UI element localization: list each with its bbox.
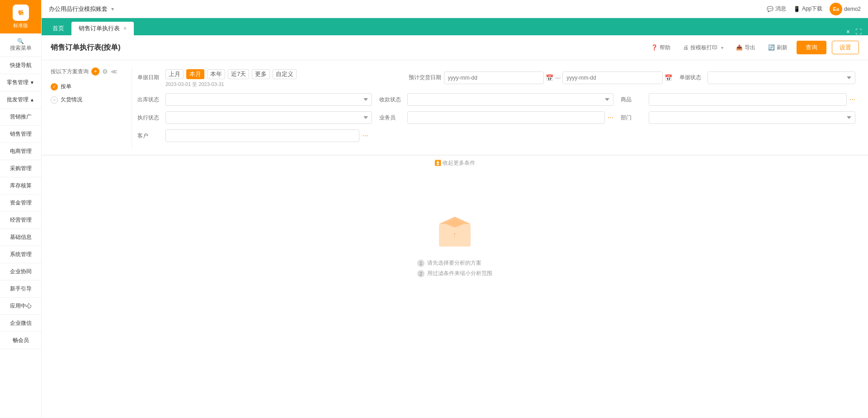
sidebar-item-zijin[interactable]: 资金管理 bbox=[0, 195, 41, 212]
sidebar-item-lingshou[interactable]: 零售管理 bbox=[0, 74, 41, 91]
quick-date-more[interactable]: 更多 bbox=[252, 69, 270, 79]
sidebar-item-jichu[interactable]: 基础信息 bbox=[0, 229, 41, 246]
doc-status-select[interactable] bbox=[708, 71, 855, 84]
logo-icon: 畅 bbox=[13, 5, 29, 21]
topbar-title: 办公用品行业模拟账套 bbox=[49, 5, 108, 13]
filter-item-doc-status: 单据状态 bbox=[679, 71, 859, 84]
quick-date-row: 上月 本月 本年 近7天 更多 自定义 bbox=[165, 69, 401, 79]
collapse-plan-icon[interactable]: ≪ bbox=[111, 68, 118, 75]
tab-home[interactable]: 首页 bbox=[45, 22, 71, 35]
salesperson-picker-icon[interactable]: ··· bbox=[608, 114, 613, 122]
filter-item-ship-status: 出库状态 bbox=[137, 93, 379, 106]
app-download-button[interactable]: 📱 App下载 bbox=[793, 5, 822, 13]
empty-hint-item-2: 2 用过滤条件来缩小分析范围 bbox=[417, 270, 492, 277]
quick-date-last-month[interactable]: 上月 bbox=[165, 69, 184, 79]
goods-label: 商品 bbox=[621, 96, 646, 104]
topbar-right: 💬 消息 📱 App下载 Ea demo2 bbox=[767, 3, 861, 15]
tabbar: 首页 销售订单执行表 × × ⛶ bbox=[42, 18, 868, 35]
ship-status-label: 出库状态 bbox=[137, 96, 163, 104]
salesperson-label: 业务员 bbox=[379, 114, 405, 122]
customer-picker-icon[interactable]: ··· bbox=[362, 132, 368, 140]
empty-icon: ↑ bbox=[432, 207, 477, 252]
sidebar-item-qiye[interactable]: 企业协同 bbox=[0, 263, 41, 280]
help-icon: ❓ bbox=[651, 44, 658, 51]
filter-item-customer: 客户 ··· bbox=[137, 129, 376, 142]
query-button[interactable]: 查询 bbox=[797, 41, 826, 54]
settings-button[interactable]: 设置 bbox=[832, 41, 859, 54]
export-button[interactable]: 📤 导出 bbox=[732, 42, 759, 53]
page-inner: 销售订单执行表(按单) ❓ 帮助 🖨 按模板打印 ▾ 📤 导出 bbox=[42, 35, 868, 418]
department-select[interactable] bbox=[649, 111, 855, 124]
salesperson-input[interactable] bbox=[407, 111, 605, 124]
empty-illustration: ↑ bbox=[432, 207, 477, 252]
settings-plan-icon[interactable]: ⚙ bbox=[102, 68, 108, 75]
collapse-bar[interactable]: ⏫ 收起更多条件 bbox=[42, 155, 868, 171]
department-control bbox=[649, 111, 855, 124]
exec-status-label: 执行状态 bbox=[137, 114, 163, 122]
sidebar-item-jingying[interactable]: 经营管理 bbox=[0, 212, 41, 229]
print-dropdown-icon[interactable]: ▾ bbox=[721, 45, 723, 50]
plan-active-icon: ✓ bbox=[51, 83, 58, 90]
add-plan-icon[interactable]: + bbox=[91, 67, 99, 76]
doc-status-control bbox=[708, 71, 855, 84]
department-label: 部门 bbox=[621, 114, 646, 122]
empty-state: ↑ 1 请先选择要分析的方案 2 用过滤条件来缩小分析范围 bbox=[42, 171, 868, 316]
logo-text: 标准版 bbox=[13, 22, 28, 29]
tab-active[interactable]: 销售订单执行表 × bbox=[71, 22, 134, 35]
goods-picker-icon[interactable]: ··· bbox=[849, 95, 855, 104]
sidebar-item-yingxiao[interactable]: 营销推广 bbox=[0, 109, 41, 126]
expected-date-label: 预计交货日期 bbox=[409, 74, 441, 81]
filter-item-salesperson: 业务员 ··· bbox=[379, 111, 621, 124]
date-icon-end[interactable]: 📅 bbox=[665, 74, 672, 81]
tab-close-icon[interactable]: × bbox=[123, 25, 127, 32]
quick-date-this-month[interactable]: 本月 bbox=[186, 69, 204, 79]
window-close-icon[interactable]: × bbox=[844, 28, 853, 35]
exec-status-select[interactable] bbox=[165, 111, 372, 124]
customer-control bbox=[165, 129, 359, 142]
topbar-dropdown-icon[interactable]: ▾ bbox=[111, 6, 114, 12]
sidebar-item-pifa[interactable]: 批发管理 bbox=[0, 91, 41, 109]
sidebar-item-diansahng[interactable]: 电商管理 bbox=[0, 143, 41, 160]
doc-date-label: 单据日期 bbox=[137, 74, 163, 81]
filter-row-2: 出库状态 收款状态 bbox=[137, 93, 859, 106]
user-menu[interactable]: Ea demo2 bbox=[830, 3, 861, 15]
sidebar-search[interactable]: 🔍 搜索菜单 bbox=[0, 33, 41, 57]
sidebar-item-xinshou[interactable]: 新手引导 bbox=[0, 280, 41, 298]
page-header-actions: ❓ 帮助 🖨 按模板打印 ▾ 📤 导出 🔄 刷新 bbox=[647, 41, 859, 54]
sidebar-item-qiyeweixin[interactable]: 企业微信 bbox=[0, 315, 41, 332]
plan-inactive-icon: ○ bbox=[51, 96, 58, 104]
doc-status-label: 单据状态 bbox=[679, 74, 705, 81]
filter-item-goods: 商品 ··· bbox=[621, 93, 859, 106]
refresh-button[interactable]: 🔄 刷新 bbox=[764, 42, 791, 53]
filter-plan-item-0[interactable]: ✓ 按单 bbox=[51, 80, 124, 93]
goods-input[interactable] bbox=[649, 93, 846, 106]
refresh-icon: 🔄 bbox=[768, 44, 775, 51]
quick-date-custom[interactable]: 自定义 bbox=[273, 69, 297, 79]
expected-date-end[interactable] bbox=[562, 71, 663, 84]
quick-date-7days[interactable]: 近7天 bbox=[228, 69, 249, 79]
window-expand-icon[interactable]: ⛶ bbox=[853, 28, 864, 35]
sidebar-item-yingyong[interactable]: 应用中心 bbox=[0, 298, 41, 315]
sidebar-item-xitong[interactable]: 系统管理 bbox=[0, 246, 41, 263]
sidebar-item-xiaoshou[interactable]: 销售管理 bbox=[0, 126, 41, 143]
expected-date-start[interactable] bbox=[444, 71, 544, 84]
filter-plan-item-1[interactable]: ○ 欠货情况 bbox=[51, 93, 124, 106]
svg-text:↑: ↑ bbox=[453, 230, 457, 239]
message-icon: 💬 bbox=[767, 6, 774, 12]
sidebar-item-kucun[interactable]: 库存核算 bbox=[0, 177, 41, 195]
message-button[interactable]: 💬 消息 bbox=[767, 5, 786, 13]
print-button[interactable]: 🖨 按模板打印 ▾ bbox=[679, 42, 727, 53]
filter-item-docdate: 单据日期 上月 本月 本年 近7天 更多 自定义 20 bbox=[137, 67, 409, 88]
help-button[interactable]: ❓ 帮助 bbox=[647, 42, 674, 53]
tab-active-label: 销售订单执行表 bbox=[79, 24, 120, 33]
date-range-text: 2023-03-01 至 2023-03-31 bbox=[165, 81, 401, 88]
date-icon-start[interactable]: 📅 bbox=[546, 74, 553, 81]
customer-input[interactable] bbox=[165, 129, 359, 142]
sidebar-item-kuaijie[interactable]: 快捷导航 bbox=[0, 57, 41, 74]
quick-date-this-year[interactable]: 本年 bbox=[207, 69, 225, 79]
sidebar-item-caigou[interactable]: 采购管理 bbox=[0, 160, 41, 177]
payment-status-select[interactable] bbox=[407, 93, 614, 106]
ship-status-select[interactable] bbox=[165, 93, 372, 106]
filter-row-4: 客户 ··· bbox=[137, 129, 859, 142]
sidebar-item-changhui[interactable]: 畅会员 bbox=[0, 332, 41, 349]
